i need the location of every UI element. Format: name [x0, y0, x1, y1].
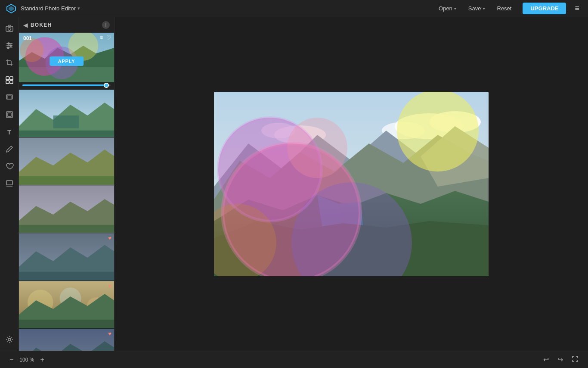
- fullscreen-button[interactable]: [569, 354, 581, 366]
- svg-rect-15: [7, 96, 12, 99]
- preset-item-003[interactable]: [19, 137, 114, 185]
- svg-rect-11: [10, 77, 13, 80]
- svg-marker-40: [19, 272, 114, 281]
- app-title-chevron: ▾: [77, 6, 80, 11]
- main-image: [214, 92, 489, 276]
- svg-rect-10: [6, 77, 9, 80]
- preset-005-image: [19, 233, 114, 281]
- svg-point-8: [10, 45, 12, 47]
- svg-rect-16: [6, 112, 12, 118]
- redo-button[interactable]: ↪: [555, 354, 566, 366]
- icon-bar: T: [0, 17, 19, 351]
- frame-icon-btn[interactable]: [2, 107, 17, 122]
- preset-002-image: [19, 90, 114, 137]
- preset-item-007[interactable]: ♥: [19, 329, 114, 351]
- preset-007-heart-btn[interactable]: ♥: [108, 331, 111, 337]
- svg-marker-30: [19, 131, 114, 137]
- upgrade-label: UPGRADE: [530, 5, 558, 12]
- preset-item-006[interactable]: ♥: [19, 281, 114, 329]
- settings-icon-btn[interactable]: [2, 332, 17, 347]
- svg-rect-17: [8, 113, 11, 116]
- preset-item-005[interactable]: ♥: [19, 233, 114, 281]
- svg-marker-1: [9, 6, 14, 11]
- zoom-out-icon: −: [9, 356, 13, 363]
- save-chevron: ▾: [483, 6, 485, 11]
- svg-point-7: [8, 43, 9, 44]
- svg-point-20: [8, 338, 11, 341]
- stack-icon-btn[interactable]: [2, 176, 17, 191]
- top-bar: Standard Photo Editor ▾ Open ▾ Save ▾ Re…: [0, 0, 588, 17]
- preset-panel: ◀ BOKEH i: [19, 17, 115, 351]
- save-label: Save: [468, 5, 481, 12]
- panel-header: ◀ BOKEH i: [19, 17, 114, 33]
- back-button[interactable]: ◀: [23, 22, 30, 28]
- panel-title: BOKEH: [31, 22, 52, 28]
- preset-007-image: [19, 329, 114, 351]
- grid-icon-btn[interactable]: [2, 72, 17, 88]
- preset-001-apply-btn[interactable]: APPLY: [50, 56, 84, 66]
- bottom-right-btns: ↩ ↪: [541, 354, 581, 366]
- zoom-value: 100 %: [16, 357, 37, 363]
- preset-006-heart-btn[interactable]: ♥: [108, 283, 111, 289]
- svg-rect-13: [10, 81, 13, 84]
- svg-point-55: [261, 123, 296, 138]
- zoom-in-icon: +: [40, 356, 44, 363]
- reset-label: Reset: [497, 5, 512, 12]
- bottom-bar: − 100 % + ↩ ↪: [0, 351, 588, 368]
- open-label: Open: [439, 5, 452, 12]
- preset-004-image: [19, 185, 114, 233]
- open-button[interactable]: Open ▾: [433, 3, 461, 13]
- menu-button[interactable]: ≡: [571, 2, 583, 15]
- svg-rect-18: [6, 181, 12, 185]
- svg-marker-37: [19, 225, 114, 233]
- svg-rect-31: [53, 115, 79, 128]
- svg-point-9: [7, 47, 9, 49]
- preset-005-heart-btn[interactable]: ♥: [108, 235, 111, 241]
- preset-001-label: 001: [23, 35, 32, 41]
- zoom-in-button[interactable]: +: [37, 355, 46, 365]
- main-area: T ◀ BOKEH: [0, 17, 588, 351]
- layers-icon-btn[interactable]: [2, 90, 17, 105]
- preset-001-heart-btn[interactable]: ♡: [106, 34, 111, 41]
- svg-marker-46: [19, 320, 114, 328]
- preset-001-controls: 001: [23, 35, 32, 41]
- text-icon-btn[interactable]: T: [2, 124, 17, 140]
- app-title: Standard Photo Editor: [21, 5, 76, 12]
- svg-point-3: [8, 28, 11, 31]
- preset-item-002[interactable]: [19, 90, 114, 137]
- main-landscape-svg: [214, 92, 489, 276]
- pen-icon-btn[interactable]: [2, 141, 17, 157]
- preset-item-004[interactable]: [19, 185, 114, 233]
- crop-icon-btn[interactable]: [2, 55, 17, 71]
- redo-icon: ↪: [557, 356, 563, 363]
- fullscreen-icon: [572, 356, 579, 362]
- preset-006-image: [19, 281, 114, 328]
- logo: [5, 3, 17, 15]
- info-button[interactable]: i: [102, 21, 110, 29]
- preset-001-list-btn[interactable]: ≡: [100, 34, 103, 41]
- panel-items: 001 ≡ ♡ APPLY: [19, 33, 114, 351]
- zoom-out-button[interactable]: −: [7, 355, 16, 365]
- camera-icon-btn[interactable]: [2, 21, 17, 36]
- undo-button[interactable]: ↩: [541, 354, 551, 366]
- logo-icon: [6, 3, 16, 14]
- heart-icon-btn[interactable]: [2, 159, 17, 174]
- sliders-icon-btn[interactable]: [2, 38, 17, 53]
- canvas-area: [115, 17, 588, 351]
- svg-marker-34: [19, 176, 114, 185]
- svg-rect-12: [6, 81, 9, 84]
- preset-item-001[interactable]: 001 ≡ ♡ APPLY: [19, 33, 114, 90]
- save-button[interactable]: Save ▾: [463, 3, 490, 13]
- main-image-container: [214, 92, 489, 276]
- svg-marker-61: [214, 221, 489, 276]
- undo-icon: ↩: [543, 356, 549, 363]
- top-controls: Open ▾ Save ▾ Reset UPGRADE ≡: [433, 2, 583, 15]
- preset-001-slider[interactable]: [22, 84, 111, 86]
- preset-003-image: [19, 137, 114, 185]
- preset-001-slider-row: [19, 82, 114, 89]
- svg-point-26: [20, 38, 44, 62]
- reset-button[interactable]: Reset: [492, 3, 517, 13]
- open-chevron: ▾: [454, 6, 456, 11]
- upgrade-button[interactable]: UPGRADE: [523, 3, 566, 14]
